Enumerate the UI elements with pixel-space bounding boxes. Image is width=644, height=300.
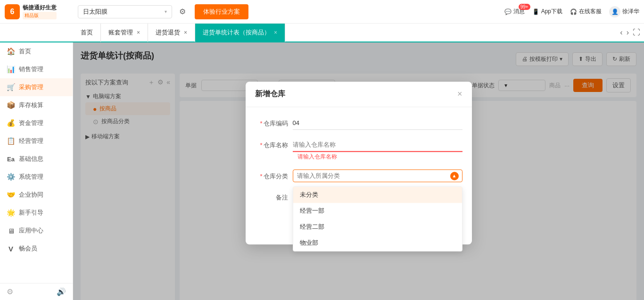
logo-text: 畅捷通好生意 精品版 <box>23 4 57 19</box>
tab-purchase-stats-label: 进货单统计表（按商品） <box>203 28 270 37</box>
sidebar: 🏠 首页 📊 销售管理 🛒 采购管理 📦 库存核算 💰 资金管理 📋 经营管理 … <box>0 42 73 300</box>
nav-expand-icon[interactable]: ⛶ <box>633 28 640 37</box>
warehouse-name-input[interactable] <box>293 138 462 152</box>
purchase-icon: 🛒 <box>7 83 15 92</box>
sidebar-item-basic-info-label: 基础信息 <box>19 155 43 163</box>
message-button[interactable]: 💬 消息 99+ <box>504 8 525 16</box>
tab-home-label: 首页 <box>81 28 93 37</box>
try-industry-button[interactable]: 体验行业方案 <box>195 4 248 19</box>
code-label: *仓库编码 <box>255 117 288 128</box>
sidebar-item-vip-label: 畅会员 <box>19 244 37 253</box>
main-layout: 🏠 首页 📊 销售管理 🛒 采购管理 📦 库存核算 💰 资金管理 📋 经营管理 … <box>0 42 644 300</box>
tab-purchase-stats-close[interactable]: × <box>274 29 277 36</box>
sidebar-item-sales-label: 销售管理 <box>19 65 43 74</box>
tab-home[interactable]: 首页 <box>73 23 101 42</box>
basic-info-icon: Ea <box>7 155 15 163</box>
settings-icon[interactable]: ⚙ <box>175 4 190 19</box>
sidebar-item-system-label: 系统管理 <box>19 173 43 181</box>
tab-purchase-return[interactable]: 进货退货 × <box>148 23 195 42</box>
logo-area: 6 畅捷通好生意 精品版 <box>5 4 78 19</box>
guide-icon: 🌟 <box>7 208 15 217</box>
sidebar-item-purchase-label: 采购管理 <box>19 83 43 92</box>
modal-close-button[interactable]: × <box>457 89 462 99</box>
dropdown-item-1[interactable]: 经营一部 <box>293 203 462 219</box>
category-input-wrap: ▲ 未分类 经营一部 经营二部 物业部 <box>293 169 462 182</box>
sidebar-item-inventory[interactable]: 📦 库存核算 <box>0 96 73 114</box>
tab-accounts-close[interactable]: × <box>137 29 140 36</box>
sidebar-bottom: ⚙ 🔊 <box>0 283 73 300</box>
home-icon: 🏠 <box>7 47 15 56</box>
dropdown-item-2[interactable]: 经营二部 <box>293 219 462 235</box>
add-warehouse-modal: 新增仓库 × *仓库编码 *仓库名称 <box>246 82 472 244</box>
sidebar-item-finance-label: 资金管理 <box>19 119 43 127</box>
sidebar-item-basic-info[interactable]: Ea 基础信息 <box>0 150 73 168</box>
note-label: 备注 <box>255 191 288 202</box>
modal-title: 新增仓库 <box>255 89 285 99</box>
online-service-button[interactable]: 🎧 在线客服 <box>570 8 602 16</box>
user-menu-button[interactable]: 👤 徐泽华 <box>609 6 639 17</box>
search-dropdown-icon[interactable]: ▾ <box>165 9 167 14</box>
sidebar-item-enterprise-label: 企业协同 <box>19 191 43 199</box>
top-header: 6 畅捷通好生意 精品版 日太阳膜 ▾ ⚙ 体验行业方案 💬 消息 99+ 📱 … <box>0 0 644 24</box>
speaker-icon[interactable]: 🔊 <box>57 287 66 296</box>
dropdown-item-3[interactable]: 物业部 <box>293 235 462 251</box>
inventory-icon: 📦 <box>7 101 15 109</box>
sidebar-item-appcenter[interactable]: 🖥 应用中心 <box>0 222 73 240</box>
category-dropdown: 未分类 经营一部 经营二部 物业部 <box>293 186 462 251</box>
category-toggle-icon[interactable]: ▲ <box>450 172 459 180</box>
sidebar-item-inventory-label: 库存核算 <box>19 101 43 109</box>
modal-header: 新增仓库 × <box>246 82 472 107</box>
search-bar[interactable]: 日太阳膜 ▾ <box>78 5 172 18</box>
sidebar-item-home-label: 首页 <box>19 47 31 56</box>
sidebar-item-enterprise[interactable]: 🤝 企业协同 <box>0 186 73 204</box>
sidebar-item-vip[interactable]: V 畅会员 <box>0 240 73 258</box>
nav-prev-icon[interactable]: ‹ <box>620 28 622 37</box>
name-label: *仓库名称 <box>255 138 288 150</box>
sales-icon: 📊 <box>7 65 15 74</box>
sidebar-item-home[interactable]: 🏠 首页 <box>0 42 73 60</box>
finance-icon: 💰 <box>7 119 15 127</box>
system-icon: ⚙️ <box>7 173 15 181</box>
tab-accounts[interactable]: 账套管理 × <box>101 23 148 42</box>
vip-icon: V <box>7 244 15 253</box>
name-input-wrap <box>293 138 462 152</box>
sidebar-item-operations[interactable]: 📋 经营管理 <box>0 132 73 150</box>
nav-tab-end: ‹ › ⛶ <box>620 28 644 37</box>
user-avatar: 👤 <box>609 6 620 17</box>
sidebar-item-appcenter-label: 应用中心 <box>19 226 43 235</box>
tab-purchase-return-close[interactable]: × <box>184 29 187 36</box>
warehouse-code-row: *仓库编码 <box>255 117 462 130</box>
nav-tabs: 首页 账套管理 × 进货退货 × 进货单统计表（按商品） × ‹ › ⛶ <box>0 24 644 42</box>
headset-icon: 🎧 <box>570 8 577 15</box>
message-icon: 💬 <box>504 8 512 15</box>
name-error-area: 请输入仓库名称 <box>293 152 337 161</box>
warehouse-name-row: *仓库名称 请输入仓库名称 <box>255 138 462 161</box>
dropdown-item-0[interactable]: 未分类 <box>293 187 462 203</box>
sidebar-item-purchase[interactable]: 🛒 采购管理 <box>0 78 73 96</box>
category-input[interactable] <box>293 169 462 182</box>
phone-icon: 📱 <box>532 8 539 15</box>
enterprise-icon: 🤝 <box>7 191 15 199</box>
modal-body: *仓库编码 *仓库名称 请输入仓库名称 <box>246 107 472 217</box>
sidebar-item-system[interactable]: ⚙️ 系统管理 <box>0 168 73 186</box>
tab-accounts-label: 账套管理 <box>108 28 133 37</box>
header-right: 💬 消息 99+ 📱 App下载 🎧 在线客服 👤 徐泽华 <box>504 6 639 17</box>
app-download-button[interactable]: 📱 App下载 <box>532 8 562 16</box>
tab-purchase-stats[interactable]: 进货单统计表（按商品） × <box>195 23 285 42</box>
settings-gear-icon[interactable]: ⚙ <box>7 287 13 296</box>
sidebar-item-finance[interactable]: 💰 资金管理 <box>0 114 73 132</box>
content-area: 进货单统计(按商品) 🖨 按模板打印 ▾ ⬆ 导出 ↻ 刷新 <box>73 42 644 300</box>
sidebar-item-guide-label: 新手引导 <box>19 208 43 217</box>
appcenter-icon: 🖥 <box>7 226 15 235</box>
tab-purchase-return-label: 进货退货 <box>156 28 180 37</box>
logo-icon: 6 <box>5 4 20 19</box>
sidebar-item-sales[interactable]: 📊 销售管理 <box>0 60 73 78</box>
warehouse-code-input[interactable] <box>293 117 462 130</box>
category-label: *仓库分类 <box>255 169 288 181</box>
sidebar-item-operations-label: 经营管理 <box>19 137 43 145</box>
operations-icon: 📋 <box>7 137 15 145</box>
message-badge: 99+ <box>519 4 530 10</box>
search-value: 日太阳膜 <box>83 8 162 16</box>
sidebar-item-guide[interactable]: 🌟 新手引导 <box>0 204 73 222</box>
nav-next-icon[interactable]: › <box>627 28 629 37</box>
